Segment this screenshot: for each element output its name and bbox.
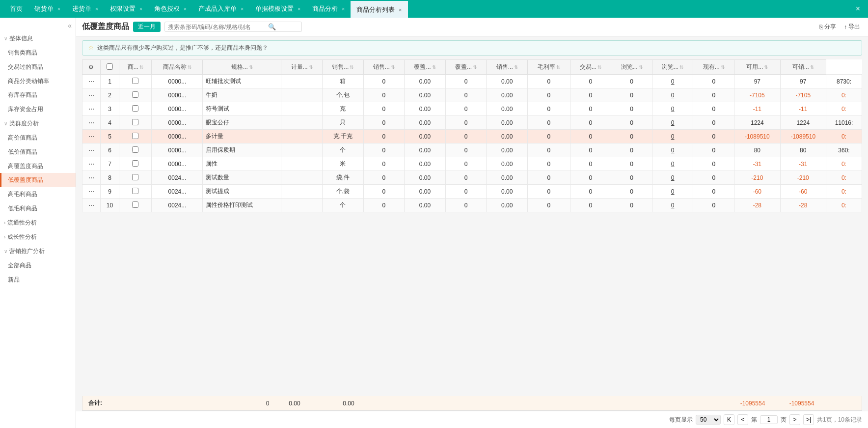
col-cover2[interactable]: 覆盖...⇅ xyxy=(445,60,487,75)
nav-product-analysis-list[interactable]: 商品分析列表 × xyxy=(351,0,407,18)
row-gear[interactable]: ⋯ xyxy=(82,116,101,130)
row-checkbox-input[interactable] xyxy=(132,133,138,139)
row-browse1[interactable]: 0 xyxy=(652,171,693,185)
col-checkbox-header[interactable] xyxy=(100,60,119,75)
close-icon[interactable]: × xyxy=(57,6,60,12)
first-page-button[interactable]: K xyxy=(724,414,734,425)
row-browse1[interactable]: 0 xyxy=(652,102,693,116)
row-browse1[interactable]: 0 xyxy=(652,199,693,212)
last-page-button[interactable]: >| xyxy=(803,414,814,425)
row-gear[interactable]: ⋯ xyxy=(82,130,101,143)
row-browse1[interactable]: 0 xyxy=(652,143,693,157)
search-input[interactable] xyxy=(168,24,266,30)
sidebar-section-marketing[interactable]: ∨ 营销推广分析 xyxy=(0,244,76,258)
row-checkbox[interactable] xyxy=(119,102,152,116)
row-checkbox-input[interactable] xyxy=(132,91,138,98)
nav-template-settings[interactable]: 单据模板设置 × xyxy=(249,0,306,18)
sidebar-item-low-value[interactable]: 低价值商品 xyxy=(0,145,76,159)
row-checkbox-input[interactable] xyxy=(132,160,138,167)
row-checkbox-input[interactable] xyxy=(132,119,138,125)
close-icon[interactable]: × xyxy=(298,6,300,12)
row-checkbox[interactable] xyxy=(119,88,152,102)
row-gear[interactable]: ⋯ xyxy=(82,171,101,185)
col-saleable[interactable]: 可销...⇅ xyxy=(780,60,826,75)
sidebar-item-stocked-goods[interactable]: 有库存商品 xyxy=(0,88,76,102)
col-transaction[interactable]: 交易...⇅ xyxy=(570,60,611,75)
sidebar-item-low-coverage[interactable]: 低覆盖度商品 xyxy=(0,173,76,187)
sidebar-item-traded-goods[interactable]: 交易过的商品 xyxy=(0,60,76,74)
nav-home[interactable]: 首页 xyxy=(4,0,28,18)
sidebar-section-liquidity[interactable]: › 流通性分析 xyxy=(0,216,76,230)
col-available-stock[interactable]: 可用...⇅ xyxy=(734,60,780,75)
sidebar-item-new-goods[interactable]: 新品 xyxy=(0,273,76,287)
col-current-stock[interactable]: 现有...⇅ xyxy=(693,60,734,75)
row-browse1[interactable]: 0 xyxy=(652,75,693,88)
row-checkbox[interactable] xyxy=(119,185,152,199)
col-code[interactable]: 商...⇅ xyxy=(119,60,152,75)
sidebar-section-cluster[interactable]: ∨ 类群度分析 xyxy=(0,116,76,131)
select-all-checkbox[interactable] xyxy=(107,63,113,70)
close-icon[interactable]: × xyxy=(342,6,345,12)
page-number-input[interactable] xyxy=(760,415,778,424)
sidebar-collapse-button[interactable]: « xyxy=(0,20,76,31)
sidebar-item-high-coverage[interactable]: 高覆盖度商品 xyxy=(0,159,76,173)
row-gear[interactable]: ⋯ xyxy=(82,88,101,102)
col-browse1[interactable]: 浏览...⇅ xyxy=(611,60,652,75)
row-checkbox[interactable] xyxy=(119,75,152,88)
col-browse2[interactable]: 浏览...⇅ xyxy=(652,60,693,75)
col-spec[interactable]: 规格...⇅ xyxy=(203,60,281,75)
export-button[interactable]: ↑ 导出 xyxy=(842,22,862,32)
row-checkbox-input[interactable] xyxy=(132,201,138,208)
row-checkbox[interactable] xyxy=(119,157,152,171)
row-checkbox-input[interactable] xyxy=(132,146,138,153)
next-page-button[interactable]: > xyxy=(789,414,800,425)
sidebar-item-high-value[interactable]: 高价值商品 xyxy=(0,131,76,145)
page-size-select[interactable]: 50 20 100 xyxy=(696,415,721,425)
col-cover1[interactable]: 覆盖...⇅ xyxy=(405,60,446,75)
row-browse1[interactable]: 0 xyxy=(652,88,693,102)
row-checkbox-input[interactable] xyxy=(132,174,138,180)
nav-product-analysis[interactable]: 商品分析 × xyxy=(306,0,351,18)
nav-roles[interactable]: 角色授权 × xyxy=(148,0,192,18)
close-icon[interactable]: × xyxy=(399,7,402,13)
col-gear[interactable]: ⚙ xyxy=(82,60,101,75)
col-sales-count[interactable]: 销售...⇅ xyxy=(487,60,528,75)
row-checkbox-input[interactable] xyxy=(132,105,138,112)
table-container[interactable]: ⚙ 商...⇅ 商品名称⇅ 规格...⇅ 计量...⇅ 销售...⇅ 销售...… xyxy=(76,59,868,396)
close-icon[interactable]: × xyxy=(184,6,187,12)
nav-product-entry[interactable]: 产成品入库单 × xyxy=(192,0,249,18)
sidebar-item-stock-capital[interactable]: 库存资金占用 xyxy=(0,102,76,116)
row-gear[interactable]: ⋯ xyxy=(82,157,101,171)
search-icon[interactable]: 🔍 xyxy=(268,23,276,30)
col-gross-margin[interactable]: 毛利率⇅ xyxy=(528,60,570,75)
close-icon[interactable]: × xyxy=(95,6,98,12)
row-checkbox-input[interactable] xyxy=(132,78,138,84)
row-browse1[interactable]: 0 xyxy=(652,185,693,199)
col-sales-amt[interactable]: 销售...⇅ xyxy=(363,60,405,75)
sidebar-item-high-margin[interactable]: 高毛利商品 xyxy=(0,187,76,201)
col-name[interactable]: 商品名称⇅ xyxy=(152,60,203,75)
sidebar-section-overall[interactable]: ∨ 整体信息 xyxy=(0,31,76,46)
row-checkbox[interactable] xyxy=(119,116,152,130)
col-unit[interactable]: 计量...⇅ xyxy=(281,60,323,75)
row-browse1[interactable]: 0 xyxy=(652,116,693,130)
sidebar-item-sales-goods[interactable]: 销售类商品 xyxy=(0,46,76,60)
sidebar-item-category-sales-rate[interactable]: 商品分类动销率 xyxy=(0,74,76,88)
row-checkbox[interactable] xyxy=(119,143,152,157)
nav-purchase[interactable]: 进货单 × xyxy=(66,0,104,18)
row-gear[interactable]: ⋯ xyxy=(82,185,101,199)
nav-sales[interactable]: 销货单 × xyxy=(28,0,66,18)
window-close-button[interactable]: × xyxy=(852,4,864,13)
row-browse1[interactable]: 0 xyxy=(652,130,693,143)
row-checkbox[interactable] xyxy=(119,199,152,212)
nav-permissions[interactable]: 权限设置 × xyxy=(104,0,148,18)
row-gear[interactable]: ⋯ xyxy=(82,143,101,157)
share-button[interactable]: ⎘ 分享 xyxy=(817,22,838,32)
time-filter-button[interactable]: 近一月 xyxy=(133,22,161,32)
prev-page-button[interactable]: < xyxy=(737,414,748,425)
row-gear[interactable]: ⋯ xyxy=(82,75,101,88)
row-gear[interactable]: ⋯ xyxy=(82,102,101,116)
row-checkbox-input[interactable] xyxy=(132,188,138,194)
close-icon[interactable]: × xyxy=(241,6,244,12)
sidebar-item-all-goods[interactable]: 全部商品 xyxy=(0,258,76,273)
